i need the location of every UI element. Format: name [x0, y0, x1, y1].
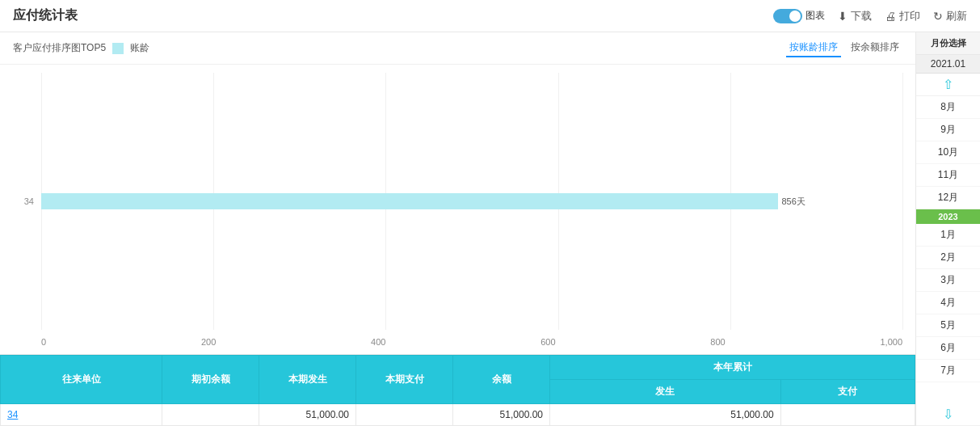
- legend-box-icon: [112, 43, 124, 54]
- cell-opening-balance: [162, 404, 259, 426]
- x-label-0: 0: [41, 337, 46, 347]
- x-label-200: 200: [201, 337, 216, 347]
- grid-line-1000: [902, 73, 903, 330]
- table-section: 往来单位 期初余额 本期发生 本期支付 余额 本年累计 发生 支付: [0, 354, 915, 426]
- table-wrapper: 往来单位 期初余额 本期发生 本期支付 余额 本年累计 发生 支付: [0, 355, 915, 426]
- x-label-1000: 1,000: [880, 337, 902, 347]
- x-label-400: 400: [371, 337, 385, 347]
- sidebar-item-sep[interactable]: 9月: [916, 119, 980, 141]
- chart-sort-group: 按账龄排序 按余额排序: [786, 39, 902, 57]
- th-ytd-occur: 发生: [550, 380, 781, 404]
- sidebar-item-jan[interactable]: 1月: [916, 224, 980, 247]
- chart-y-axis: 34: [13, 73, 37, 330]
- sidebar-item-mar[interactable]: 3月: [916, 269, 980, 292]
- bar-fill-0: [41, 193, 778, 209]
- sidebar-item-feb[interactable]: 2月: [916, 247, 980, 269]
- sidebar-item-apr[interactable]: 4月: [916, 292, 980, 314]
- header-actions: 图表 下载 打印 刷新: [773, 9, 967, 23]
- sort-by-amount-button[interactable]: 按余额排序: [848, 39, 902, 57]
- vendor-link[interactable]: 34: [7, 409, 18, 420]
- summary-table: 往来单位 期初余额 本期发生 本期支付 余额 本年累计 发生 支付: [0, 355, 915, 426]
- th-current-pay: 本期支付: [356, 356, 453, 404]
- th-opening-balance: 期初余额: [162, 356, 259, 404]
- sidebar-item-jun[interactable]: 6月: [916, 337, 980, 360]
- chart-header: 客户应付排序图TOP5 账龄 按账龄排序 按余额排序: [0, 32, 915, 65]
- th-ytd-pay: 支付: [780, 380, 915, 404]
- chart-label: 图表: [805, 9, 825, 23]
- bar-chart-container: 34: [0, 65, 915, 354]
- refresh-icon: [933, 10, 943, 23]
- sidebar-period: 2021.01: [916, 55, 980, 74]
- bar-row-0: 856天: [41, 189, 902, 213]
- th-current-occur: 本期发生: [259, 356, 356, 404]
- print-button[interactable]: 打印: [885, 9, 920, 23]
- sidebar-scroll: 8月 9月 10月 11月 12月 2023 1月 2月 3月 4月 5月 6月…: [916, 96, 980, 403]
- sidebar-year-2023: 2023: [916, 209, 980, 224]
- sidebar-title: 月份选择: [916, 32, 980, 55]
- th-balance: 余额: [453, 356, 550, 404]
- sidebar-item-dec[interactable]: 12月: [916, 187, 980, 209]
- print-label: 打印: [899, 9, 920, 23]
- cell-current-occur: 51,000.00: [259, 404, 356, 426]
- legend-item: 账龄: [130, 41, 149, 55]
- x-label-800: 800: [710, 337, 725, 347]
- print-icon: [885, 10, 896, 23]
- chart-draw-area: 856天: [41, 73, 902, 330]
- cell-ytd-occur: 51,000.00: [550, 404, 781, 426]
- cell-balance: 51,000.00: [453, 404, 550, 426]
- refresh-button[interactable]: 刷新: [933, 9, 967, 23]
- sidebar-item-oct[interactable]: 10月: [916, 141, 980, 164]
- th-ytd: 本年累计: [550, 356, 915, 380]
- sort-by-balance-button[interactable]: 按账龄排序: [786, 39, 841, 57]
- sidebar-scroll-up-button[interactable]: ⇧: [916, 74, 980, 96]
- chart-toggle-group[interactable]: 图表: [773, 9, 825, 23]
- cell-current-pay: [356, 404, 453, 426]
- th-vendor: 往来单位: [1, 356, 162, 404]
- y-label-34: 34: [24, 196, 34, 206]
- sidebar-item-jul[interactable]: 7月: [916, 360, 980, 382]
- cell-vendor: 34: [1, 404, 162, 426]
- sidebar-scroll-down-button[interactable]: ⇩: [916, 403, 980, 426]
- download-icon: [838, 10, 848, 23]
- sidebar-item-nov[interactable]: 11月: [916, 164, 980, 187]
- page-title: 应付统计表: [13, 7, 78, 24]
- bar-value-0: 856天: [781, 196, 805, 208]
- sidebar: 月份选择 2021.01 ⇧ 8月 9月 10月 11月 12月 2023 1月…: [915, 32, 980, 426]
- download-label: 下载: [851, 9, 872, 23]
- legend-title: 客户应付排序图TOP5: [13, 41, 106, 55]
- x-label-600: 600: [540, 337, 555, 347]
- chart-x-axis: 0 200 400 600 800 1,000: [41, 334, 902, 354]
- cell-ytd-pay: [780, 404, 915, 426]
- bar-chart: 34: [13, 73, 902, 354]
- chart-toggle[interactable]: [773, 9, 802, 23]
- download-button[interactable]: 下载: [838, 9, 872, 23]
- refresh-label: 刷新: [946, 9, 967, 23]
- table-row: 34 51,000.00 51,000.00 51,000.00: [1, 404, 915, 426]
- sidebar-item-may[interactable]: 5月: [916, 314, 980, 337]
- chart-legend: 客户应付排序图TOP5 账龄: [13, 41, 149, 55]
- sidebar-item-aug[interactable]: 8月: [916, 96, 980, 119]
